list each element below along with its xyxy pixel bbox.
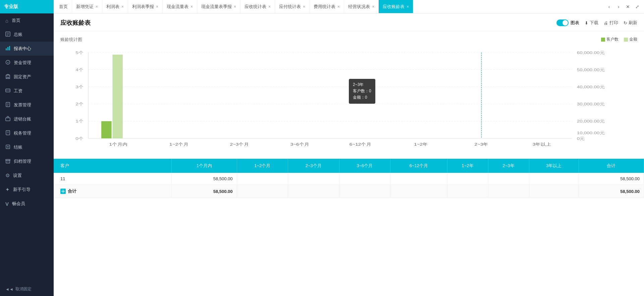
sidebar-item-label: 进销台账 <box>14 116 31 122</box>
svg-text:0元: 0元 <box>577 136 585 141</box>
building-icon <box>5 74 10 80</box>
cell-2-3m <box>288 173 339 185</box>
cell-over-3y <box>529 173 579 185</box>
main-content: 首页 新增凭证 × 利润表 × 利润表季报 × 现金流量表 × 现金流量表季报 … <box>54 0 644 296</box>
sidebar-item-label: 结账 <box>14 144 22 150</box>
tab-label: 应收统计表 <box>245 4 266 10</box>
tab-next-button[interactable]: › <box>614 3 623 11</box>
svg-text:6~12个月: 6~12个月 <box>350 142 372 146</box>
col-header-3y: 3年以上 <box>529 159 579 173</box>
tab-close-icon[interactable]: × <box>96 4 98 9</box>
svg-text:2~3个月: 2~3个月 <box>230 142 249 146</box>
refresh-button[interactable]: ↻ 刷新 <box>624 20 637 26</box>
col-header-2-3y: 2~3年 <box>488 159 529 173</box>
tab-ap-stats[interactable]: 应付统计表 × <box>275 0 310 13</box>
col-header-2-3m: 2~3个月 <box>288 159 339 173</box>
sidebar-item-label: 税务管理 <box>14 130 31 136</box>
sidebar-item-general-ledger[interactable]: 总账 <box>0 28 54 42</box>
svg-text:60,000.00元: 60,000.00元 <box>577 50 605 55</box>
tab-close-all-button[interactable]: ✕ <box>624 3 632 11</box>
sidebar-item-label: 畅会员 <box>12 201 25 207</box>
col-header-1-2m: 1~2个月 <box>237 159 288 173</box>
tab-ar-aging[interactable]: 应收账龄表 × <box>379 0 413 13</box>
guide-icon: ✦ <box>5 187 10 193</box>
tab-label: 利润表季报 <box>132 4 154 10</box>
tab-close-icon[interactable]: × <box>337 4 340 9</box>
col-header-1m: 1个月内 <box>172 159 237 173</box>
total-label-container: 合计 <box>60 188 167 194</box>
tab-profit-quarterly[interactable]: 利润表季报 × <box>128 0 163 13</box>
tab-profit[interactable]: 利润表 × <box>102 0 128 13</box>
svg-text:3~6个月: 3~6个月 <box>290 142 310 146</box>
tab-close-icon[interactable]: × <box>156 4 158 9</box>
chart-svg-container: 5个 4个 3个 2个 1个 0个 60,000.00元 50,000.00元 … <box>60 45 637 153</box>
sidebar-item-home[interactable]: ⌂ 首页 <box>0 13 54 28</box>
sidebar-item-guide[interactable]: ✦ 新手引导 <box>0 183 54 197</box>
tab-cashflow[interactable]: 现金流量表 × <box>163 0 197 13</box>
page-content: 应收账龄表 图表 ⬇ 下载 🖨 打印 ↻ 刷新 <box>54 13 644 296</box>
table-row: 11 58,500.00 58,500.00 <box>54 173 644 185</box>
total-within-1m: 58,500.00 <box>172 185 237 198</box>
tab-ar-stats[interactable]: 应收统计表 × <box>240 0 275 13</box>
svg-text:20,000.00元: 20,000.00元 <box>577 119 605 124</box>
tab-cashflow-quarterly[interactable]: 现金流量表季报 × <box>197 0 240 13</box>
gear-icon: ⚙ <box>5 172 10 179</box>
toggle-control[interactable] <box>556 19 569 26</box>
sidebar-item-settings[interactable]: ⚙ 设置 <box>0 168 54 183</box>
sidebar-item-salary[interactable]: 工资 <box>0 84 54 98</box>
chart-toggle-switch[interactable]: 图表 <box>556 19 579 26</box>
tab-operation-status[interactable]: 经营状况表 × <box>344 0 379 13</box>
tab-new-voucher[interactable]: 新增凭证 × <box>72 0 102 13</box>
svg-rect-9 <box>6 75 10 79</box>
cell-1-2m <box>237 173 288 185</box>
sidebar-item-fixed-assets[interactable]: 固定资产 <box>0 70 54 84</box>
tab-close-icon[interactable]: × <box>407 4 409 9</box>
tab-label: 应付统计表 <box>279 4 301 10</box>
tab-prev-button[interactable]: ‹ <box>605 3 613 11</box>
svg-text:1个: 1个 <box>75 119 84 124</box>
total-1-2m <box>237 185 288 198</box>
download-button[interactable]: ⬇ 下载 <box>585 20 598 26</box>
svg-text:3年以上: 3年以上 <box>533 142 551 146</box>
cell-customer: 11 <box>54 173 172 185</box>
col-header-6-12m: 6~12个月 <box>390 159 447 173</box>
tab-close-icon[interactable]: × <box>121 4 124 9</box>
sidebar-item-report-center[interactable]: 报表中心 <box>0 42 54 56</box>
tab-label: 经营状况表 <box>348 4 370 10</box>
sidebar-item-label: 设置 <box>13 172 22 179</box>
cell-3-6m <box>339 173 390 185</box>
archive-icon <box>5 158 10 164</box>
tab-label: 利润表 <box>106 4 119 10</box>
svg-text:1~2个月: 1~2个月 <box>169 142 189 146</box>
tab-maximize-button[interactable]: ⤢ <box>633 3 641 11</box>
chart-icon <box>5 46 10 52</box>
chart-area: 账龄统计图 客户数 金额 <box>54 31 644 159</box>
tab-label: 新增凭证 <box>76 4 94 10</box>
tab-close-icon[interactable]: × <box>268 4 271 9</box>
tab-label: 费用统计表 <box>314 4 335 10</box>
tab-close-icon[interactable]: × <box>191 4 193 9</box>
sidebar-item-close-account[interactable]: 结账 <box>0 140 54 154</box>
tab-home[interactable]: 首页 <box>55 0 72 13</box>
cell-2-3y <box>488 173 529 185</box>
table-header-row: 客户 1个月内 1~2个月 2~3个月 3~6个月 6~12个月 1~2年 2~… <box>54 159 644 173</box>
tab-expense-stats[interactable]: 费用统计表 × <box>310 0 344 13</box>
print-button[interactable]: 🖨 打印 <box>604 20 618 26</box>
legend-amount-dot <box>624 38 628 42</box>
sidebar-item-archive[interactable]: 归档管理 <box>0 154 54 168</box>
tax-icon <box>5 130 10 136</box>
sidebar-item-label: 总账 <box>14 32 22 38</box>
home-icon: ⌂ <box>5 18 8 23</box>
tab-close-icon[interactable]: × <box>234 4 236 9</box>
sidebar-item-invoice[interactable]: 发票管理 <box>0 98 54 112</box>
sidebar: 专业版 ⌂ 首页 总账 报表中心 ¥ 资金管理 固定资产 工资 <box>0 0 54 296</box>
sidebar-item-sales-ledger[interactable]: 进销台账 <box>0 112 54 126</box>
sidebar-unpin-button[interactable]: ◄◄ 取消固定 <box>0 282 54 296</box>
tab-close-icon[interactable]: × <box>303 4 305 9</box>
tab-close-icon[interactable]: × <box>372 4 374 9</box>
sidebar-item-vip[interactable]: V 畅会员 <box>0 197 54 211</box>
bar-customer-1m <box>101 121 112 138</box>
sidebar-item-tax[interactable]: 税务管理 <box>0 126 54 140</box>
sidebar-item-fund-management[interactable]: ¥ 资金管理 <box>0 56 54 70</box>
svg-rect-5 <box>7 47 8 50</box>
